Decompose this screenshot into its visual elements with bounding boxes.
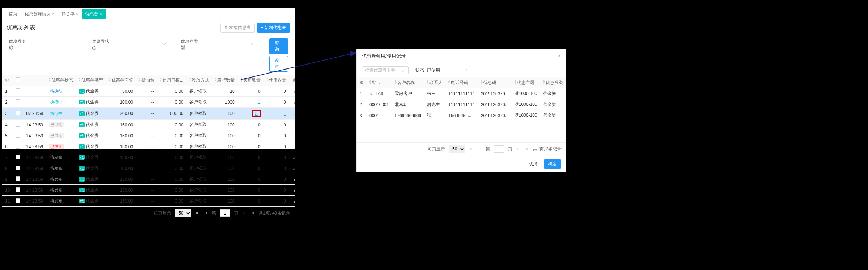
col-contact[interactable]: 联系人 [429,80,443,85]
add-coupon-button[interactable]: + 新增优惠券 [257,23,290,33]
issue-coupon-button[interactable]: ⇪发放优惠券 [220,23,255,33]
table-row[interactable]: 2 00010001 北京1 唐先生 11111111111 201912037… [357,99,566,110]
col-discount[interactable]: 折扣% [141,78,154,83]
tab-home[interactable]: 首页 [5,9,21,19]
table-row[interactable]: 8 14 23:59 待发布 代代金券 150.00 -- 0.00 客户领取 … [2,163,295,174]
per-page-select[interactable]: 50 [449,145,465,153]
row-checkbox[interactable] [16,88,20,93]
sort-icon[interactable]: ▴▾ [189,77,191,82]
sort-icon[interactable]: ▴▾ [543,79,545,84]
col-phone[interactable]: 电话号码 [451,80,468,85]
last-page-button[interactable]: ⇥ [523,146,529,151]
close-icon[interactable]: × [558,53,561,59]
sort-icon[interactable]: ▴▾ [241,77,242,82]
table-row[interactable]: 11 14 23:59 待发布 代代金券 150.00 -- 0.00 客户领取… [2,196,295,207]
receive-count-link[interactable]: 1 [258,100,261,105]
filter-name-input[interactable] [30,41,77,49]
table-row[interactable]: 10 14 23:59 待发布 代代金券 150.00 -- 0.00 客户领取… [2,185,295,196]
col-face[interactable]: 优惠券面值 [111,78,133,83]
table-row[interactable]: 4 14 23:59 已过期 代代金券 150.00 -- 0.00 客户领取 … [2,120,295,130]
sort-icon[interactable]: ▴▾ [160,77,162,82]
row-checkbox[interactable] [16,111,20,115]
close-icon[interactable]: × [100,12,102,16]
col-code[interactable]: 优惠码 [483,80,496,85]
col-custcode[interactable]: 客... [372,80,380,85]
col-ctype[interactable]: 优惠券类 [546,80,563,85]
close-icon[interactable]: × [76,12,78,16]
tab-sales[interactable]: 销货单× [58,9,82,19]
table-row[interactable]: 3 0001 17666666666 张 156 6666 ... 201912… [357,110,566,121]
gear-icon[interactable]: ⚙ [5,78,9,83]
sort-icon[interactable]: ▴▾ [109,77,111,82]
table-row[interactable]: 6 14 23:59 已终止 代代金券 150.00 -- 0.00 客户领取 … [2,141,295,152]
sort-icon[interactable]: ▴▾ [49,77,51,82]
filter-status-select[interactable] [113,41,160,49]
sort-icon[interactable]: ▴▾ [215,77,217,82]
prev-page-button[interactable]: ‹ [478,146,482,151]
row-checkbox[interactable] [16,99,20,104]
checkbox-all[interactable] [16,77,20,82]
sort-icon[interactable]: ▴▾ [448,79,450,84]
tab-detail[interactable]: 优惠券详情页× [21,9,58,19]
sort-icon[interactable]: ▴▾ [395,79,397,84]
sort-icon[interactable]: ▴▾ [139,77,141,82]
cancel-button[interactable]: 取消 [525,159,541,169]
row-checkbox[interactable] [16,176,20,181]
sort-icon[interactable]: ▴▾ [515,79,516,84]
sort-icon[interactable]: ▴▾ [481,79,483,84]
per-page-select[interactable]: 50 [175,209,191,217]
row-checkbox[interactable] [16,122,20,127]
table-row[interactable]: 1 待执行 代代金券 50.00 -- 0.00 客户领取 10 0 0 ⇗ ▦ [2,86,295,97]
chevron-down-icon[interactable]: ﹀ [162,42,166,47]
share-icon[interactable]: ⇗ [293,111,295,116]
prev-page-button[interactable]: ‹ [204,211,208,216]
col-threshold[interactable]: 使用门槛... [162,78,183,83]
filter-type-select[interactable] [202,41,249,49]
row-checkbox[interactable] [16,198,20,203]
row-checkbox[interactable] [16,144,20,149]
col-issue[interactable]: 发行数量 [217,78,235,83]
status-select[interactable]: 已使用 [427,67,463,74]
col-method[interactable]: 发放方式 [192,78,209,83]
first-page-button[interactable]: ⇤ [195,211,201,216]
table-row[interactable]: 1 RETAIL... 零散客户 张三 11111111111 20191203… [357,88,566,99]
table-row[interactable]: 7 14 23:59 待发布 代代金券 150.00 -- 0.00 客户领取 … [2,152,295,163]
sort-icon[interactable]: ▴▾ [427,79,429,84]
last-page-button[interactable]: ⇥ [249,211,255,216]
search-icon[interactable]: ⌕ [401,68,404,73]
table-row[interactable]: 3 07 23:59 执行中 代代金券 200.00 -- 1000.00 客户… [2,108,295,120]
col-receive[interactable]: 领用数量 [243,78,261,83]
page-input[interactable] [494,145,504,153]
next-page-button[interactable]: › [516,146,520,151]
search-input[interactable] [365,68,401,73]
share-icon[interactable]: ⇗ [293,88,295,94]
search-box[interactable]: ⌕ [362,66,409,74]
sort-icon[interactable]: ▴▾ [79,77,81,82]
query-button[interactable]: 查询 [269,38,288,54]
col-status[interactable]: 优惠券状态 [51,78,73,83]
next-page-button[interactable]: › [242,211,246,216]
row-checkbox[interactable] [16,187,20,192]
chevron-down-icon[interactable]: ﹀ [466,68,470,73]
sort-icon[interactable]: ▴▾ [369,79,371,84]
table-row[interactable]: 9 14 23:59 待发布 代代金券 150.00 -- 0.00 客户领取 … [2,174,295,185]
col-use[interactable]: 使用数量 [269,78,286,83]
page-input[interactable] [220,209,230,217]
row-checkbox[interactable] [16,166,20,170]
table-row[interactable]: 2 执行中 代代金券 100.00 -- 0.00 客户领取 1000 1 0 … [2,97,295,108]
sort-icon[interactable]: ▴▾ [266,77,268,82]
tab-coupon[interactable]: 优惠券× [82,9,106,19]
close-icon[interactable]: × [52,12,54,16]
table-row[interactable]: 5 14 23:59 已过期 代代金券 150.00 -- 0.00 客户领取 … [2,130,295,141]
ok-button[interactable]: 确定 [544,159,561,169]
share-icon[interactable]: ⇗ [293,99,295,105]
gear-icon[interactable]: ⚙ [360,80,364,85]
first-page-button[interactable]: ⇤ [469,146,475,151]
use-count-link[interactable]: 1 [284,111,286,116]
col-subject[interactable]: 优惠主题 [517,80,534,85]
col-custname[interactable]: 客户名称 [397,80,415,85]
receive-count-link[interactable]: 3 [255,111,258,116]
settings-button[interactable]: 设置 [269,56,288,72]
col-type[interactable]: 优惠券类型 [81,78,103,83]
row-checkbox[interactable] [16,133,20,138]
